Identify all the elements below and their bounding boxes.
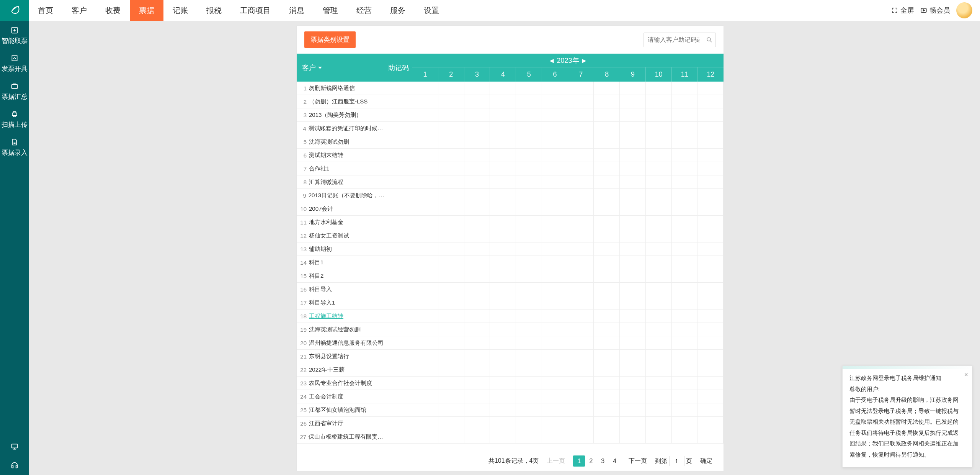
cell-month[interactable] xyxy=(568,377,594,390)
top-tab-2[interactable]: 收费 xyxy=(96,0,130,21)
cell-month[interactable] xyxy=(516,229,542,242)
cell-month[interactable] xyxy=(438,189,464,202)
cell-month[interactable] xyxy=(620,269,646,282)
cell-month[interactable] xyxy=(697,256,724,269)
cell-month[interactable] xyxy=(542,350,568,363)
cell-month[interactable] xyxy=(542,82,568,95)
cell-month[interactable] xyxy=(490,216,516,229)
cell-month[interactable] xyxy=(438,403,464,416)
cell-month[interactable] xyxy=(672,310,698,323)
cell-month[interactable] xyxy=(568,430,594,443)
cell-month[interactable] xyxy=(697,162,724,175)
cell-month[interactable] xyxy=(594,82,620,95)
cell-month[interactable] xyxy=(697,350,724,363)
sidebar-item-1[interactable]: 发票开具 xyxy=(2,49,28,77)
cell-month[interactable] xyxy=(594,229,620,242)
cell-month[interactable] xyxy=(412,390,438,403)
cell-month[interactable] xyxy=(490,175,516,188)
cell-month[interactable] xyxy=(594,403,620,416)
cell-month[interactable] xyxy=(594,242,620,256)
cell-month[interactable] xyxy=(542,336,568,349)
cell-month[interactable] xyxy=(490,390,516,403)
cell-month[interactable] xyxy=(438,175,464,188)
cell-month[interactable] xyxy=(490,82,516,95)
cell-month[interactable] xyxy=(697,363,724,376)
cell-month[interactable] xyxy=(490,229,516,242)
cell-month[interactable] xyxy=(620,336,646,349)
cell-month[interactable] xyxy=(620,108,646,121)
cell-month[interactable] xyxy=(697,175,724,188)
cell-month[interactable] xyxy=(594,149,620,162)
cell-month[interactable] xyxy=(568,216,594,229)
cell-month[interactable] xyxy=(672,283,698,296)
cell-month[interactable] xyxy=(438,363,464,376)
cell-month[interactable] xyxy=(646,122,672,135)
cell-month[interactable] xyxy=(464,390,490,403)
cell-month[interactable] xyxy=(594,269,620,282)
page-number-3[interactable]: 3 xyxy=(597,455,609,467)
voucher-type-settings-button[interactable]: 票据类别设置 xyxy=(304,31,356,48)
cell-month[interactable] xyxy=(672,108,698,121)
cell-month[interactable] xyxy=(412,95,438,108)
cell-month[interactable] xyxy=(620,323,646,336)
cell-month[interactable] xyxy=(438,216,464,229)
cell-month[interactable] xyxy=(464,229,490,242)
cell-month[interactable] xyxy=(412,162,438,175)
cell-month[interactable] xyxy=(672,296,698,309)
cell-month[interactable] xyxy=(438,202,464,215)
cell-month[interactable] xyxy=(697,108,724,121)
cell-month[interactable] xyxy=(516,95,542,108)
cell-month[interactable] xyxy=(594,202,620,215)
cell-month[interactable] xyxy=(438,95,464,108)
cell-month[interactable] xyxy=(412,377,438,390)
cell-month[interactable] xyxy=(646,149,672,162)
cell-month[interactable] xyxy=(412,229,438,242)
cell-month[interactable] xyxy=(412,296,438,309)
cell-month[interactable] xyxy=(516,363,542,376)
cell-month[interactable] xyxy=(490,202,516,215)
cell-month[interactable] xyxy=(672,149,698,162)
cell-month[interactable] xyxy=(464,202,490,215)
cell-month[interactable] xyxy=(672,175,698,188)
cell-month[interactable] xyxy=(516,162,542,175)
cell-month[interactable] xyxy=(697,189,724,202)
cell-month[interactable] xyxy=(412,189,438,202)
cell-month[interactable] xyxy=(594,417,620,430)
cell-month[interactable] xyxy=(490,95,516,108)
cell-month[interactable] xyxy=(568,149,594,162)
cell-month[interactable] xyxy=(594,95,620,108)
cell-month[interactable] xyxy=(438,269,464,282)
cell-month[interactable] xyxy=(438,122,464,135)
cell-month[interactable] xyxy=(542,323,568,336)
cell-month[interactable] xyxy=(516,390,542,403)
cell-month[interactable] xyxy=(542,377,568,390)
cell-month[interactable] xyxy=(542,108,568,121)
cell-month[interactable] xyxy=(594,336,620,349)
cell-month[interactable] xyxy=(620,242,646,256)
cell-month[interactable] xyxy=(697,323,724,336)
cell-month[interactable] xyxy=(594,256,620,269)
cell-month[interactable] xyxy=(697,269,724,282)
cell-month[interactable] xyxy=(490,310,516,323)
cell-month[interactable] xyxy=(594,377,620,390)
cell-month[interactable] xyxy=(412,283,438,296)
cell-month[interactable] xyxy=(438,135,464,148)
cell-month[interactable] xyxy=(594,430,620,443)
cell-month[interactable] xyxy=(594,363,620,376)
cell-month[interactable] xyxy=(697,149,724,162)
cell-month[interactable] xyxy=(646,336,672,349)
cell-month[interactable] xyxy=(568,122,594,135)
cell-month[interactable] xyxy=(672,336,698,349)
cell-month[interactable] xyxy=(516,377,542,390)
monitor-button[interactable] xyxy=(0,437,29,456)
cell-month[interactable] xyxy=(438,162,464,175)
cell-month[interactable] xyxy=(438,229,464,242)
help-button[interactable] xyxy=(0,456,29,475)
cell-month[interactable] xyxy=(516,149,542,162)
cell-month[interactable] xyxy=(516,202,542,215)
cell-month[interactable] xyxy=(646,350,672,363)
cell-month[interactable] xyxy=(464,135,490,148)
cell-month[interactable] xyxy=(568,283,594,296)
cell-month[interactable] xyxy=(646,363,672,376)
cell-month[interactable] xyxy=(646,283,672,296)
